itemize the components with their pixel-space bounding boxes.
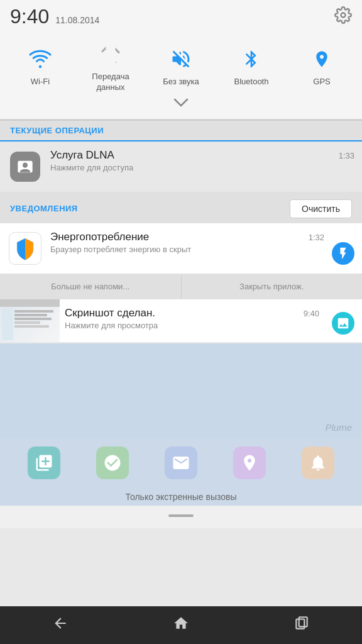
wifi-label: Wi-Fi (31, 77, 50, 87)
screenshot-content: Скриншот сделан. 9:40 Нажмите для просмо… (60, 299, 324, 338)
wifi-icon (26, 45, 54, 73)
app-icons-row (0, 438, 362, 488)
mute-tile[interactable]: Без звука (150, 45, 212, 87)
svg-point-0 (341, 13, 346, 18)
dlna-icon-wrap (8, 149, 43, 184)
screenshot-subtitle: Нажмите для просмотра (65, 321, 319, 330)
dlna-notification[interactable]: Услуга DLNA 1:33 Нажмите для доступа (0, 142, 362, 192)
status-date: 11.08.2014 (55, 15, 99, 25)
handle-bar[interactable] (0, 506, 362, 528)
screenshot-notification[interactable]: Скриншот сделан. 9:40 Нажмите для просмо… (0, 299, 362, 342)
screenshot-time: 9:40 (304, 309, 319, 318)
svg-rect-1 (168, 514, 194, 517)
desktop-area: Plume (0, 343, 362, 438)
quick-settings-panel: Wi-Fi Передачаданных Без звука (0, 33, 362, 119)
recent-button[interactable] (281, 609, 322, 641)
desktop-watermark: Plume (325, 422, 352, 433)
dont-remind-button[interactable]: Больше не напоми... (0, 275, 182, 298)
status-time: 9:40 (10, 5, 49, 28)
notif-section-title: УВЕДОМЛЕНИЯ (10, 204, 78, 213)
energy-time: 1:32 (309, 233, 324, 242)
screenshot-thumbnail (0, 299, 60, 342)
app-icon-4[interactable] (233, 447, 266, 479)
energy-actions: Больше не напоми... Закрыть прилож. (0, 275, 362, 298)
data-label: Передачаданных (92, 72, 129, 93)
notif-section-header: УВЕДОМЛЕНИЯ Очистить (0, 193, 362, 223)
nav-bar (0, 606, 362, 644)
energy-badge (332, 242, 354, 265)
bluetooth-icon (238, 45, 265, 73)
screenshot-badge (332, 312, 354, 335)
dlna-title: Услуга DLNA (50, 149, 114, 162)
gps-icon (308, 45, 336, 73)
screenshot-title: Скриншот сделан. (65, 307, 155, 319)
bluetooth-tile[interactable]: Bluetooth (220, 45, 283, 87)
dlna-time: 1:33 (339, 151, 354, 160)
data-tile[interactable]: Передачаданных (79, 40, 142, 93)
energy-notification[interactable]: Энергопотребление 1:32 Браузер потребляе… (0, 223, 362, 274)
wifi-tile[interactable]: Wi-Fi (9, 45, 72, 87)
energy-content: Энергопотребление 1:32 Браузер потребляе… (50, 231, 324, 254)
status-bar: 9:40 11.08.2014 (0, 0, 362, 33)
energy-title: Энергопотребление (50, 231, 149, 243)
back-button[interactable] (40, 609, 81, 641)
current-ops-title: ТЕКУЩИЕ ОПЕРАЦИИ (10, 126, 104, 135)
expand-chevron-icon[interactable] (172, 97, 190, 111)
app-icon-2[interactable] (96, 447, 129, 479)
emergency-text: Только экстренные вызовы (125, 492, 236, 502)
bluetooth-label: Bluetooth (234, 77, 269, 87)
quick-settings-row: Wi-Fi Передачаданных Без звука (0, 40, 362, 93)
energy-subtitle: Браузер потребляет энергию в скрыт (50, 245, 324, 254)
energy-icon-wrap (8, 231, 43, 266)
close-app-button[interactable]: Закрыть прилож. (182, 275, 363, 298)
clear-button[interactable]: Очистить (290, 199, 352, 218)
notifications-area: ТЕКУЩИЕ ОПЕРАЦИИ Услуга DLNA 1:33 Нажмит… (0, 121, 362, 342)
emergency-bar: Только экстренные вызовы (0, 488, 362, 506)
settings-icon[interactable] (334, 6, 352, 26)
home-button[interactable] (160, 609, 202, 641)
dlna-subtitle: Нажмите для доступа (50, 163, 354, 172)
mute-label: Без звука (163, 77, 199, 87)
dlna-content: Услуга DLNA 1:33 Нажмите для доступа (50, 149, 354, 172)
data-icon (97, 40, 124, 68)
app-icon-5[interactable] (302, 447, 334, 479)
expand-row[interactable] (0, 93, 362, 114)
app-icon-1[interactable] (28, 447, 60, 479)
gps-tile[interactable]: GPS (290, 45, 353, 87)
current-ops-header: ТЕКУЩИЕ ОПЕРАЦИИ (0, 121, 362, 140)
mute-icon (167, 45, 195, 73)
app-icon-3[interactable] (165, 447, 197, 479)
gps-label: GPS (313, 77, 330, 87)
